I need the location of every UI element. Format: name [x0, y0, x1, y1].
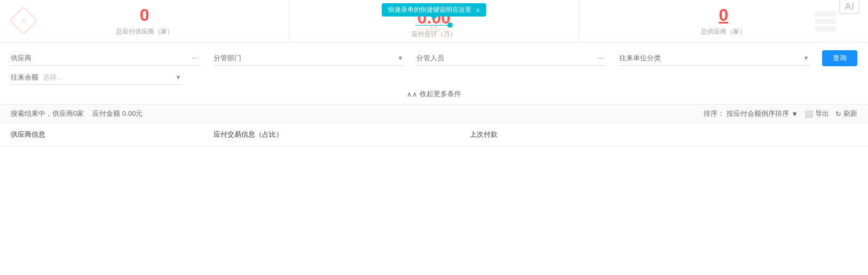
table-body [0, 146, 868, 275]
filter-supplier: 供应商 ··· [11, 51, 201, 66]
filter-department: 分管部门 ▼ [214, 51, 404, 66]
ai-badge-label: Ai [839, 0, 859, 14]
filter-balance: 往来余额 选择... ▼ [11, 70, 182, 85]
query-button[interactable]: 查询 [822, 50, 857, 66]
col-header-supplier-info: 供应商信息 [11, 130, 214, 139]
export-icon: ⬜ [804, 110, 813, 118]
results-summary: 搜索结果中，供应商0家 应付金额 0.00元 [11, 109, 143, 119]
filter-department-input[interactable] [246, 54, 397, 62]
filter-person-dots[interactable]: ··· [595, 53, 606, 63]
diamond-icon: 米 [10, 6, 37, 36]
stat-number-total-suppliers: 0 [719, 6, 728, 25]
filter-department-label: 分管部门 [214, 53, 241, 63]
filter-person-label: 分管人员 [416, 53, 444, 63]
filter-balance-arrow[interactable]: ▼ [175, 74, 182, 81]
filter-supplier-input[interactable] [36, 54, 190, 62]
stat-number-payable-suppliers: 0 [140, 6, 149, 25]
results-actions: 排序： 按应付会额倒序排序 ▼ ⬜ 导出 ↻ 刷新 [704, 109, 857, 119]
filter-unit-category-arrow[interactable]: ▼ [803, 54, 809, 62]
tooltip-bar: 快速录单的快捷键说明在这里 × [382, 3, 486, 17]
sort-value: 按应付会额倒序排序 [727, 109, 789, 119]
stat-total-suppliers: 0 总供应商（家） Ai [579, 0, 868, 42]
svg-text:米: 米 [20, 17, 27, 23]
table-header: 供应商信息 应付交易信息（占比） 上次付款 [0, 123, 868, 146]
tooltip-close-button[interactable]: × [476, 6, 480, 14]
stat-payable-total: 🐷 快速录单的快捷键说明在这里 × 0.00 应付合计（万） [289, 0, 579, 42]
filter-person-input[interactable] [448, 54, 595, 62]
tooltip-text: 快速录单的快捷键说明在这里 [388, 5, 471, 14]
top-stats-bar: 米 0 总应付供应商（家） 🐷 快速录单的快捷键说明在这里 × 0.00 应付合… [0, 0, 868, 43]
filter-balance-label: 往来余额 [11, 73, 38, 82]
filter-supplier-label: 供应商 [11, 53, 31, 63]
refresh-label: 刷新 [843, 109, 857, 119]
filter-supplier-dots[interactable]: ··· [190, 53, 201, 63]
results-bar: 搜索结果中，供应商0家 应付金额 0.00元 排序： 按应付会额倒序排序 ▼ ⬜… [0, 105, 868, 123]
stat-label-payable-suppliers: 总应付供应商（家） [116, 27, 173, 36]
filter-unit-category: 往来单位分类 ▼ [619, 51, 809, 66]
collapse-up-icon: ∧∧ [407, 90, 417, 98]
export-label: 导出 [815, 109, 829, 119]
filter-unit-category-label: 往来单位分类 [619, 53, 661, 63]
col-header-last-payment: 上次付款 [470, 130, 857, 139]
collapse-label: 收起更多条件 [420, 89, 461, 99]
ai-badge: Ai [839, 0, 859, 14]
results-count: 搜索结果中，供应商0家 [11, 109, 84, 119]
filter-area: 供应商 ··· 分管部门 ▼ 分管人员 ··· 往来单位分类 ▼ 查询 往来余额… [0, 43, 868, 105]
collapse-button[interactable]: ∧∧ 收起更多条件 [407, 89, 461, 99]
refresh-button[interactable]: ↻ 刷新 [835, 109, 857, 119]
refresh-icon: ↻ [835, 110, 841, 118]
filter-person: 分管人员 ··· [416, 51, 606, 66]
results-amount: 应付金额 0.00元 [92, 109, 143, 119]
sort-arrow-icon: ▼ [791, 110, 798, 118]
filter-department-arrow[interactable]: ▼ [397, 54, 404, 62]
filter-unit-category-input[interactable] [665, 54, 803, 62]
filter-balance-placeholder: 选择... [43, 73, 62, 82]
filter-row-2: 往来余额 选择... ▼ [11, 70, 857, 85]
col-header-transaction-info: 应付交易信息（占比） [214, 130, 470, 139]
export-button[interactable]: ⬜ 导出 [804, 109, 829, 119]
stat-total-payable-suppliers: 米 0 总应付供应商（家） [0, 0, 289, 42]
stat-label-total-suppliers: 总供应商（家） [701, 27, 746, 36]
sort-select[interactable]: 排序： 按应付会额倒序排序 ▼ [704, 109, 798, 119]
filter-row-1: 供应商 ··· 分管部门 ▼ 分管人员 ··· 往来单位分类 ▼ 查询 [11, 50, 857, 66]
sort-label: 排序： [704, 109, 724, 119]
